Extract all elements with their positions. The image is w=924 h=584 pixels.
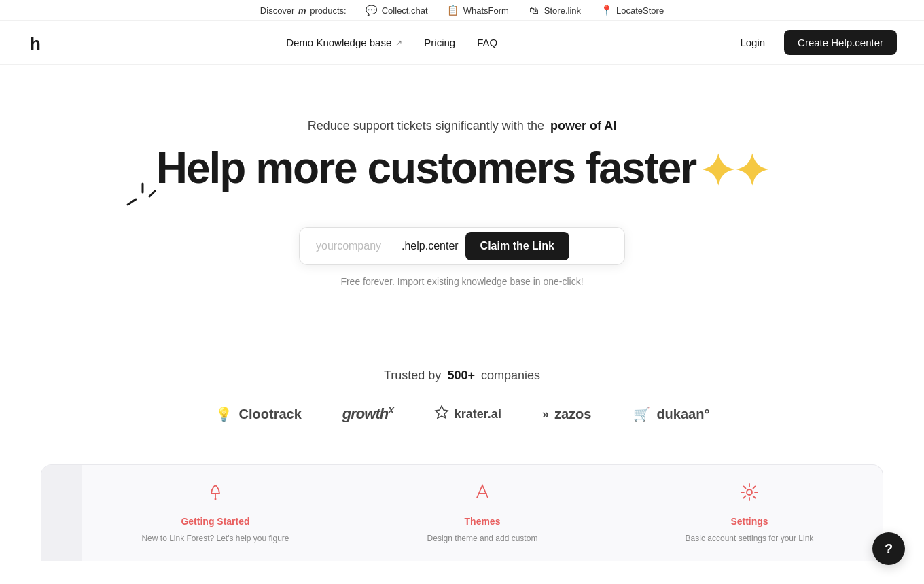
svg-text:h: h [30,33,40,54]
topbar: Discover m products: 💬 Collect.chat 📋 Wh… [0,0,924,21]
store-link-icon: 🛍 [528,4,540,16]
nav-faq[interactable]: FAQ [477,37,497,48]
logo-growthx: growthX [342,405,393,423]
sparkle-icon: ✦✦ [700,148,768,194]
dukaan-icon: 🛒 [632,405,651,424]
preview-card: Getting Started New to Link Forest? Let'… [41,464,883,561]
url-suffix: .help.center [402,240,459,252]
themes-svg [472,481,493,503]
hero-section: Reduce support tickets significantly wit… [0,65,924,328]
topbar-collect-chat[interactable]: 💬 Collect.chat [366,4,428,16]
topbar-locate-store[interactable]: 📍 LocateStore [600,4,664,16]
nav-demo-knowledge-base[interactable]: Demo Knowledge base ↗ [286,37,402,48]
url-form-container: .help.center Claim the Link Free forever… [27,227,897,287]
getting-started-desc: New to Link Forest? Let's help you figur… [141,532,289,545]
url-form: .help.center Claim the Link [299,227,625,265]
preview-col-settings: Settings Basic account settings for your… [616,465,883,561]
svg-point-6 [215,498,217,500]
logo-dukaan: 🛒 dukaan° [632,405,709,424]
krater-svg [434,405,449,419]
preview-sidebar [41,465,82,561]
nav-pricing[interactable]: Pricing [424,37,455,48]
topbar-whatsform[interactable]: 📋 WhatsForm [447,4,509,16]
m-logo: m [298,5,306,16]
topbar-store-link[interactable]: 🛍 Store.link [528,4,581,16]
hero-footnote: Free forever. Import existing knowledge … [340,276,583,287]
help-button[interactable]: ? [872,532,905,561]
settings-svg [739,481,760,503]
locate-store-icon: 📍 [600,4,612,16]
preview-section: Getting Started New to Link Forest? Let'… [0,451,924,561]
logo-zazos: » zazos [542,407,591,422]
preview-col-getting-started: Getting Started New to Link Forest? Let'… [82,465,349,561]
clootrack-icon: 💡 [215,405,234,424]
discover-text: Discover m products: [260,5,346,16]
zazos-icon: » [542,407,549,422]
whatsform-icon: 📋 [447,4,459,16]
logo-svg: h [27,31,52,55]
nav-right: Login Create Help.center [732,30,897,55]
svg-line-2 [149,191,155,196]
login-button[interactable]: Login [732,31,773,54]
external-link-icon: ↗ [395,38,402,48]
themes-desc: Design theme and add custom [427,532,538,545]
settings-desc: Basic account settings for your Link [686,532,814,545]
settings-icon [739,481,760,508]
svg-point-7 [747,489,752,495]
hero-subtitle: Reduce support tickets significantly wit… [27,119,897,133]
settings-title: Settings [730,516,768,527]
logo-krater: krater.ai [434,405,501,424]
themes-icon [472,481,493,508]
logo[interactable]: h [27,31,52,55]
trusted-section: Trusted by 500+ companies 💡 Clootrack gr… [0,328,924,451]
krater-icon [434,405,449,424]
nav-center: Demo Knowledge base ↗ Pricing FAQ [286,37,497,48]
logo-clootrack: 💡 Clootrack [215,405,302,424]
create-button[interactable]: Create Help.center [784,30,897,55]
deco-lines [122,180,163,221]
navbar: h Demo Knowledge base ↗ Pricing FAQ Logi… [0,21,924,65]
preview-col-themes: Themes Design theme and add custom [349,465,616,561]
collect-chat-icon: 💬 [366,4,378,16]
logos-row: 💡 Clootrack growthX krater.ai » zazos 🛒 … [27,405,897,424]
getting-started-icon [205,481,226,508]
themes-title: Themes [465,516,501,527]
svg-marker-4 [436,406,448,418]
trusted-text: Trusted by 500+ companies [27,368,897,383]
getting-started-svg [205,481,226,503]
svg-line-3 [128,199,136,205]
getting-started-title: Getting Started [181,516,249,527]
company-input[interactable] [313,240,402,252]
claim-button[interactable]: Claim the Link [465,232,569,260]
deco-svg [122,180,163,221]
